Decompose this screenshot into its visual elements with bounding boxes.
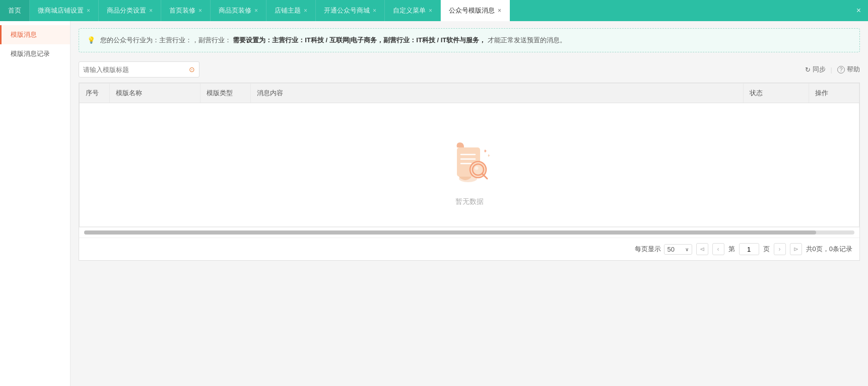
nav-item-custom-menu[interactable]: 自定义菜单 × [385,0,441,21]
close-icon[interactable]: × [87,7,90,14]
svg-point-8 [475,167,478,170]
search-input-wrap: ⊙ [79,61,199,78]
notice-prefix: 您的公众号行业为：主营行业：，副营行业： [100,36,231,44]
nav-item-shop-settings[interactable]: 微商城店铺设置 × [30,0,99,21]
close-all-button[interactable]: × [849,6,868,15]
nav-item-product-decor[interactable]: 商品页装修 × [211,0,266,21]
search-bar: ⊙ ↻ 同步 | ? 帮助 [79,61,860,78]
sync-button[interactable]: ↻ 同步 [805,65,826,74]
scrollbar-area[interactable] [79,227,859,238]
separator: | [831,66,832,73]
next-page-button[interactable]: › [774,243,786,255]
col-header-status: 状态 [744,84,809,103]
content-area: 💡 您的公众号行业为：主营行业：，副营行业： 需要设置为：主营行业：IT科技 /… [71,21,868,386]
first-page-button[interactable]: ⊲ [696,243,708,255]
notice-suffix: 才能正常发送预置的消息。 [488,36,566,44]
page-number-input[interactable] [739,243,759,255]
empty-icon-wrap [80,133,859,190]
sidebar-item-template-msg[interactable]: 模版消息 [0,25,70,44]
col-header-content: 消息内容 [251,84,744,103]
close-icon[interactable]: × [304,7,307,14]
pagination-bar: 每页显示 50 ∨ ⊲ ‹ 第 页 › ⊳ 共0页，0条记录 [79,238,859,260]
empty-illustration [442,133,497,189]
sidebar: 模版消息 模版消息记录 [0,21,71,386]
per-page-wrap: 每页显示 50 ∨ [635,244,692,255]
nav-item-template-msg[interactable]: 公众号模版消息 × [441,0,510,21]
last-page-button[interactable]: ⊳ [790,243,802,255]
table-container: 序号 模版名称 模版类型 消息内容 状态 操作 [79,83,860,261]
sidebar-item-template-msg-record[interactable]: 模版消息记录 [0,44,70,63]
empty-text: 暂无数据 [80,197,859,206]
close-icon[interactable]: × [149,7,153,14]
top-nav: 首页 微商城店铺设置 × 商品分类设置 × 首页装修 × 商品页装修 × 店铺主… [0,0,868,21]
main-layout: 模版消息 模版消息记录 💡 您的公众号行业为：主营行业：，副营行业： 需要设置为… [0,21,868,386]
nav-item-wechat-mall[interactable]: 开通公众号商城 × [316,0,385,21]
data-table: 序号 模版名称 模版类型 消息内容 状态 操作 [79,83,859,227]
page-label-post: 页 [763,245,770,254]
search-icon[interactable]: ⊙ [189,65,195,73]
scrollbar-track[interactable] [84,230,854,235]
col-header-name: 模版名称 [110,84,201,103]
search-input[interactable] [83,66,189,73]
col-header-index: 序号 [80,84,110,103]
help-circle-icon: ? [837,66,845,73]
nav-item-category[interactable]: 商品分类设置 × [99,0,161,21]
close-icon[interactable]: × [198,7,202,14]
prev-page-button[interactable]: ‹ [712,243,724,255]
search-actions: ↻ 同步 | ? 帮助 [805,65,860,74]
col-header-type: 模版类型 [201,84,251,103]
close-icon[interactable]: × [498,7,501,14]
per-page-label: 每页显示 [635,245,661,254]
notice-highlight: 需要设置为：主营行业：IT科技 / 互联网|电子商务，副营行业：IT科技 / I… [233,36,486,44]
close-icon[interactable]: × [254,7,258,14]
per-page-select[interactable]: 50 ∨ [664,244,692,255]
empty-state: 暂无数据 [80,103,859,226]
nav-item-homepage-decor[interactable]: 首页装修 × [161,0,211,21]
sync-icon: ↻ [805,66,811,73]
bulb-icon: 💡 [87,36,95,44]
chevron-down-icon: ∨ [685,247,689,252]
close-icon[interactable]: × [429,7,432,14]
page-label-pre: 第 [728,245,735,254]
scrollbar-thumb[interactable] [84,230,816,235]
close-icon[interactable]: × [373,7,376,14]
nav-item-theme[interactable]: 店铺主题 × [266,0,316,21]
notice-box: 💡 您的公众号行业为：主营行业：，副营行业： 需要设置为：主营行业：IT科技 /… [79,28,860,52]
col-header-action: 操作 [809,84,859,103]
help-button[interactable]: ? 帮助 [837,65,860,74]
nav-item-home[interactable]: 首页 [0,0,30,21]
total-text: 共0页，0条记录 [806,245,852,254]
